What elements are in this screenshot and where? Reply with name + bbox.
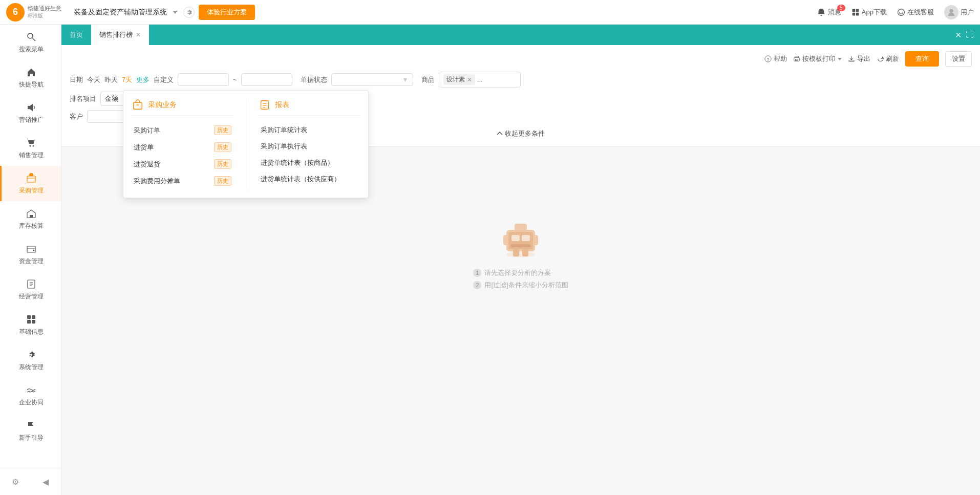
step-num-1: 1 [473, 269, 481, 277]
print-btn[interactable]: 按模板打印 [793, 54, 842, 63]
print-label: 按模板打印 [802, 54, 836, 63]
system-title-text: 装备及固定资产辅助管理系统 [74, 8, 167, 17]
empty-icon-area [495, 209, 546, 262]
menu-item-incoming[interactable]: 进货单 历史 [132, 139, 233, 156]
goods-tag-close[interactable]: ✕ [467, 76, 472, 83]
notification-btn[interactable]: 消息 5 [817, 8, 841, 17]
close-window-btn[interactable]: ✕ [955, 30, 962, 40]
svg-line-7 [32, 38, 35, 41]
menu-item-expense[interactable]: 采购费用分摊单 历史 [132, 173, 233, 189]
sidebar-collapse-btn[interactable]: ◀ [38, 475, 53, 489]
user-avatar [944, 5, 958, 19]
user-area[interactable]: 用户 [944, 5, 974, 19]
industry-btn[interactable]: 体验行业方案 [199, 5, 255, 20]
tab-close-btn[interactable]: ✕ [136, 31, 141, 38]
svg-rect-30 [512, 235, 520, 241]
sidebar-item-business[interactable]: 经营管理 [0, 272, 61, 307]
empty-text: 1 请先选择要分析的方案 2 用[过滤]条件来缩小分析范围 [473, 268, 568, 290]
tab-window-controls: ✕ ⛶ [949, 30, 980, 40]
logo-icon: 6 [6, 3, 25, 21]
sidebar-label-purchase: 采购管理 [19, 186, 44, 195]
sidebar-label-basic: 基础信息 [19, 328, 44, 336]
goods-tag: 设计素 ✕ [443, 74, 475, 85]
app-download-btn[interactable]: App下载 [851, 8, 887, 17]
sidebar-item-enterprise[interactable]: 企业协同 [0, 378, 61, 413]
collapse-label: 收起更多条件 [505, 129, 545, 138]
menu-item-purchase-order[interactable]: 采购订单 历史 [132, 122, 233, 139]
logo-badge: 标准版 [28, 12, 61, 19]
sidebar-label-marketing: 营销推广 [19, 116, 44, 124]
doc-status-label: 单据状态 [301, 75, 327, 84]
doc-status-select[interactable]: ▼ [331, 73, 413, 86]
help-label: 帮助 [774, 54, 787, 63]
goods-ellipsis[interactable]: ... [477, 76, 483, 83]
sidebar-item-basic[interactable]: 基础信息 [0, 307, 61, 342]
refresh-btn[interactable]: 刷新 [877, 54, 899, 63]
svg-rect-19 [32, 315, 35, 319]
sidebar-item-quick-nav[interactable]: 快捷导航 [0, 60, 61, 95]
sidebar-settings-btn[interactable]: ⚙ [8, 475, 23, 489]
date-end-input[interactable] [241, 73, 292, 86]
sidebar-label-sales: 销售管理 [19, 151, 44, 160]
flag-icon [25, 419, 37, 432]
refresh-label: 刷新 [886, 54, 899, 63]
svg-rect-12 [27, 246, 35, 252]
header-right: 消息 5 App下载 在线客服 用户 [817, 5, 974, 19]
date-custom[interactable]: 自定义 [154, 75, 174, 84]
box-icon [25, 172, 37, 184]
sidebar-label-inventory: 库存核算 [19, 222, 44, 230]
sidebar-label-guide: 新手引导 [19, 434, 44, 442]
date-quick-options: 今天 昨天 7天 更多 自定义 [87, 75, 174, 84]
sidebar-item-sales[interactable]: 销售管理 [0, 131, 61, 166]
date-more[interactable]: 更多 [136, 75, 150, 84]
date-yesterday[interactable]: 昨天 [104, 75, 118, 84]
sidebar-item-search[interactable]: 搜索菜单 [0, 25, 61, 60]
svg-rect-2 [852, 12, 855, 15]
online-service-btn[interactable]: 在线客服 [897, 8, 934, 17]
title-settings-btn[interactable] [183, 7, 195, 18]
sidebar-item-purchase[interactable]: 采购管理 [0, 166, 61, 201]
logo-text-block: 畅捷通好生意 标准版 [28, 5, 61, 19]
sidebar-item-finance[interactable]: 资金管理 [0, 236, 61, 272]
date-7days[interactable]: 7天 [122, 75, 132, 84]
sidebar-item-marketing[interactable]: 营销推广 [0, 95, 61, 131]
query-btn[interactable]: 查询 [905, 51, 939, 67]
tab-home[interactable]: 首页 [61, 25, 91, 45]
sidebar-item-system[interactable]: 系统管理 [0, 342, 61, 378]
menu-item-return-badge: 历史 [214, 159, 231, 169]
tab-sales-rank[interactable]: 销售排行榜 ✕ [91, 25, 149, 45]
purchase-col-icon [132, 99, 144, 111]
goods-select[interactable]: 设计素 ✕ ... [439, 72, 521, 88]
menu-item-return[interactable]: 进货退货 历史 [132, 156, 233, 173]
menu-item-po-exec[interactable]: 采购订单执行表 [259, 138, 360, 155]
svg-rect-25 [795, 59, 798, 61]
maximize-window-btn[interactable]: ⛶ [966, 30, 974, 39]
svg-rect-32 [510, 244, 531, 247]
menu-item-po-exec-label: 采购订单执行表 [261, 142, 307, 151]
help-btn[interactable]: ? 帮助 [764, 54, 787, 63]
date-start-input[interactable] [178, 73, 229, 86]
sidebar-item-inventory[interactable]: 库存核算 [0, 201, 61, 236]
svg-rect-36 [513, 249, 519, 256]
svg-point-5 [949, 9, 953, 12]
date-today[interactable]: 今天 [87, 75, 100, 84]
sidebar-item-guide[interactable]: 新手引导 [0, 413, 61, 448]
export-btn[interactable]: 导出 [848, 54, 870, 63]
tab-sales-rank-label: 销售排行榜 [99, 30, 133, 39]
svg-rect-26 [849, 60, 855, 62]
title-dropdown-btn[interactable] [171, 8, 179, 16]
svg-rect-21 [32, 320, 35, 324]
page-content: ? 帮助 按模板打印 导出 刷新 [61, 45, 980, 495]
menu-item-goods-stats[interactable]: 进货单统计表（按商品） [259, 155, 360, 171]
menu-item-po-stats[interactable]: 采购订单统计表 [259, 122, 360, 138]
tab-bar: 首页 销售排行榜 ✕ ✕ ⛶ [61, 25, 980, 45]
sidebar-label-business: 经营管理 [19, 292, 44, 301]
collapse-btn[interactable]: 收起更多条件 [493, 127, 549, 140]
menu-item-incoming-badge: 历史 [214, 142, 231, 152]
svg-rect-35 [534, 235, 538, 245]
rank-item-label: 排名项目 [70, 94, 96, 103]
filter-settings-btn[interactable]: 设置 [945, 51, 972, 67]
menu-item-purchase-order-badge: 历史 [214, 125, 231, 135]
menu-item-supplier-stats[interactable]: 进货单统计表（按供应商） [259, 171, 360, 187]
svg-point-27 [506, 251, 535, 257]
